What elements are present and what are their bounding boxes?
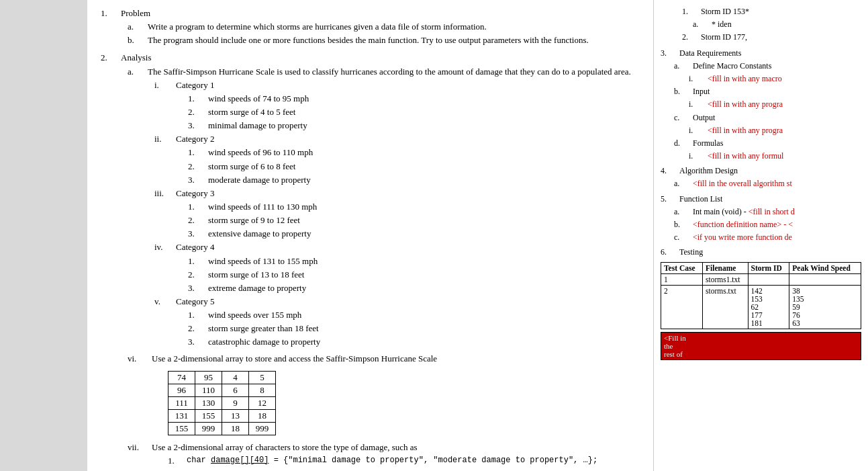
cat1-header: i. Category 1 <box>154 79 640 92</box>
rp-6-header: 6. Testing <box>661 246 861 259</box>
right-panel: 1. Storm ID 153* a. * iden 2. Storm ID 1… <box>653 0 868 471</box>
rp-4-header: 4. Algorithm Design <box>661 165 861 177</box>
hurricane-table-cell: 18 <box>249 409 276 422</box>
test-row-1: 1 storms1.txt <box>661 273 861 285</box>
problem-item-b: b. The program should include one or mor… <box>128 34 640 47</box>
section1-label: Problem <box>121 7 150 20</box>
cat3-header: iii. Category 3 <box>154 187 640 200</box>
rp-5-items: a. Int main (void) - <fill in short d b.… <box>674 206 861 245</box>
hurricane-table-cell: 18 <box>222 422 249 435</box>
hurricane-table-cell: 12 <box>249 396 276 409</box>
rp-3d-subs: i.<fill in with any formul <box>689 150 861 163</box>
hurricane-table-cell: 5 <box>249 371 276 384</box>
storm-id-153-text: Storm ID 153* <box>701 5 749 18</box>
section2-label: Analysis <box>121 51 152 65</box>
tc1-windspeed <box>789 273 861 285</box>
cat5-label: Category 5 <box>176 295 214 308</box>
rp-section-3: 3. Data Requirements a. Define Macro Con… <box>661 47 861 163</box>
rp-3b: b. Input <box>674 85 861 98</box>
cat4-header: iv. Category 4 <box>154 241 640 254</box>
cat4-points: 1.wind speeds of 131 to 155 mph 2.storm … <box>188 255 640 295</box>
tc1-num: 1 <box>661 273 703 285</box>
rp-3b-subs: i.<fill in with any progra <box>689 98 861 111</box>
test-table: Test Case Filename Storm ID Peak Wind Sp… <box>661 262 861 329</box>
rp-3c-subs: i.<fill in with any progra <box>689 124 861 137</box>
left-sidebar <box>0 0 87 471</box>
fill-table: <Fill intherest of <box>661 332 861 360</box>
hurricane-table-cell: 13 <box>222 409 249 422</box>
hurricane-table-cell: 96 <box>168 384 195 396</box>
cat5-header: v. Category 5 <box>154 295 640 308</box>
hurricane-table-cell: 4 <box>222 371 249 384</box>
tc1-stormid <box>748 273 789 285</box>
storm-id-153-sub: a. * iden <box>693 18 861 31</box>
rp-section-4: 4. Algorithm Design a. <fill in the over… <box>661 165 861 190</box>
hurricane-table-cell: 74 <box>168 371 195 384</box>
cat1-label: Category 1 <box>176 79 214 92</box>
rp-4a-text: <fill in the overall algorithm st <box>693 177 792 190</box>
section-analysis: 2. Analysis a. The Saffir-Simpson Hurric… <box>101 51 640 468</box>
rp-3-header: 3. Data Requirements <box>661 47 861 60</box>
vii-code: char damage[][40] = {"minimal damage to … <box>187 454 597 468</box>
hurricane-table-cell: 6 <box>222 384 249 396</box>
cat5-roman: v. <box>154 295 176 308</box>
cat3-roman: iii. <box>154 187 176 200</box>
problem-b-text: The program should include one or more f… <box>148 34 589 47</box>
storm-id-153-sub-text: * iden <box>712 18 732 31</box>
cat4-label: Category 4 <box>176 241 214 254</box>
hurricane-table-cell: 999 <box>249 422 276 435</box>
hurricane-table-cell: 111 <box>168 396 195 409</box>
test-table-header-windspeed: Peak Wind Speed <box>789 262 861 273</box>
rp-3c: c. Output <box>674 112 861 124</box>
storm-id-153-item: 1. Storm ID 153* <box>682 5 861 18</box>
problem-a-text: Write a program to determine which storm… <box>148 20 487 34</box>
rp-5b: b. <function definition name> - < <box>674 218 861 231</box>
hurricane-scale-table: 7495459611068111130912131155131815599918… <box>168 371 276 435</box>
vii-subpoint: 1. char damage[][40] = {"minimal damage … <box>168 454 640 468</box>
tc2-filename: storms.txt <box>703 285 749 329</box>
hurricane-table-cell: 131 <box>168 409 195 422</box>
section-problem: 1. Problem a. Write a program to determi… <box>101 7 640 47</box>
vii-text: Use a 2-dimensional array of characters … <box>152 441 418 454</box>
cat5-points: 1.wind speeds over 155 mph 2.storm surge… <box>188 308 640 349</box>
rp-section-6: 6. Testing <box>661 246 861 259</box>
rp-3-items: a. Define Macro Constants i.<fill in wit… <box>674 60 861 163</box>
hurricane-table-cell: 110 <box>195 384 222 396</box>
hurricane-table-cell: 155 <box>168 422 195 435</box>
test-row-2: 2 storms.txt 14215362177181 38135597663 <box>661 285 861 329</box>
tc2-windspeed: 38135597663 <box>789 285 861 329</box>
fill-box-container: <Fill intherest of <box>661 332 861 360</box>
rp-5-header: 5. Function List <box>661 193 861 206</box>
categories-list: i. Category 1 1.wind speeds of 74 to 95 … <box>154 79 640 349</box>
cat2-label: Category 2 <box>176 132 214 146</box>
vi-text: Use a 2-dimensional array to store and a… <box>152 352 437 366</box>
hurricane-table-cell: 130 <box>195 396 222 409</box>
storm-id-177-item: 2. Storm ID 177, <box>682 31 861 44</box>
hurricane-table-cell: 999 <box>195 422 222 435</box>
rp-5a: a. Int main (void) - <fill in short d <box>674 206 861 218</box>
rp-3a: a. Define Macro Constants <box>674 60 861 73</box>
fill-box-text: <Fill intherest of <box>661 332 861 359</box>
cat2-header: ii. Category 2 <box>154 132 640 146</box>
cat2-points: 1.wind speeds of 96 to 110 mph 2.storm s… <box>188 146 640 186</box>
hurricane-table-cell: 9 <box>222 396 249 409</box>
rp-3a-subs: i.<fill in with any macro <box>689 73 861 85</box>
vii-marker: vii. <box>128 441 152 454</box>
analysis-item-a: a. The Saffir-Simpson Hurricane Scale is… <box>128 65 640 79</box>
analysis-a-marker: a. <box>128 65 148 79</box>
rp-3-label: Data Requirements <box>679 47 741 60</box>
analysis-a-text: The Saffir-Simpson Hurricane Scale is us… <box>148 65 631 79</box>
test-table-header-tc: Test Case <box>661 262 703 273</box>
problem-b-marker: b. <box>128 34 148 47</box>
rp-3d: d. Formulas <box>674 137 861 150</box>
analysis-item-vii: vii. Use a 2-dimensional array of charac… <box>128 441 640 454</box>
hurricane-table-cell: 8 <box>249 384 276 396</box>
top-storm-ids: 1. Storm ID 153* a. * iden 2. Storm ID 1… <box>661 5 861 44</box>
cat3-label: Category 3 <box>176 187 214 200</box>
cat1-roman: i. <box>154 79 176 92</box>
hurricane-table-cell: 95 <box>195 371 222 384</box>
test-table-header-filename: Filename <box>703 262 749 273</box>
test-table-header-stormid: Storm ID <box>748 262 789 273</box>
vi-marker: vi. <box>128 352 152 366</box>
cat2-roman: ii. <box>154 132 176 146</box>
